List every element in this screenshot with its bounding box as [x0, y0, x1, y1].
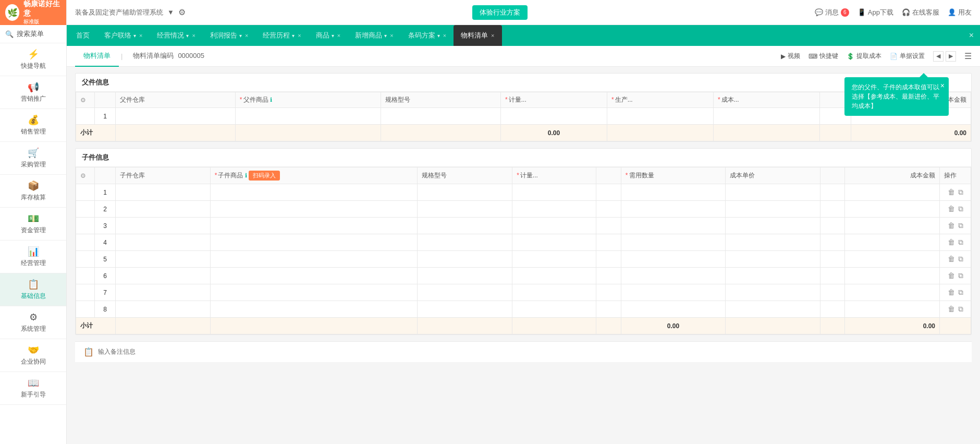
tab-profit-close[interactable]: × [245, 32, 248, 39]
child-row5-goods[interactable] [210, 251, 418, 268]
child-row7-qty[interactable] [621, 284, 725, 301]
child-row6-unit-cost[interactable] [726, 268, 820, 284]
tab-operation[interactable]: 经营情况 ▾ × [150, 25, 202, 46]
video-btn[interactable]: ▶ 视频 [781, 52, 800, 61]
child-row7-delete-icon[interactable]: 🗑 [948, 288, 955, 297]
child-row3-spec[interactable] [418, 218, 512, 234]
settings-btn[interactable]: 📄 单据设置 [890, 52, 925, 61]
child-row7-unit-cost[interactable] [726, 284, 820, 301]
sub-tab-bom[interactable]: 物料清单 [75, 46, 119, 67]
sidebar-item-finance[interactable]: 💵 资金管理 [0, 208, 66, 241]
message-item[interactable]: 💬 消息 6 [815, 8, 849, 17]
shortcut-btn[interactable]: ⌨ 快捷键 [808, 52, 838, 61]
child-row3-goods[interactable] [210, 218, 418, 234]
child-row1-goods[interactable] [210, 184, 418, 201]
child-row8-warehouse[interactable] [116, 301, 211, 318]
child-row8-spec[interactable] [418, 301, 512, 318]
child-row8-delete-icon[interactable]: 🗑 [948, 305, 955, 314]
child-row5-delete-icon[interactable]: 🗑 [948, 255, 955, 263]
sidebar-item-basic[interactable]: 📋 基础信息 [0, 273, 66, 306]
child-row1-spec[interactable] [418, 184, 512, 201]
sidebar-item-sales[interactable]: 💰 销售管理 [0, 109, 66, 142]
tab-bom[interactable]: 物料清单 × [454, 25, 501, 46]
child-row6-warehouse[interactable] [116, 268, 211, 284]
sidebar-item-operation[interactable]: 📊 经营管理 [0, 241, 66, 273]
child-row8-copy-icon[interactable]: ⧉ [958, 305, 963, 314]
dropdown-arrow[interactable]: ▼ [167, 8, 174, 16]
child-row7-unit[interactable] [512, 284, 596, 301]
user-item[interactable]: 👤 用友 [948, 8, 972, 17]
child-row7-copy-icon[interactable]: ⧉ [958, 288, 963, 297]
child-row3-copy-icon[interactable]: ⧉ [958, 221, 963, 230]
sidebar-item-shortcut[interactable]: ⚡ 快捷导航 [0, 43, 66, 76]
parent-row1-unit[interactable] [501, 108, 607, 125]
page-prev-btn[interactable]: ◀ [933, 51, 944, 62]
tab-goods-close[interactable]: × [337, 32, 340, 39]
child-row4-spec[interactable] [418, 234, 512, 251]
tab-history[interactable]: 经营历程 ▾ × [255, 25, 308, 46]
child-row8-unit-cost[interactable] [726, 301, 820, 318]
child-row1-delete-icon[interactable]: 🗑 [948, 188, 955, 197]
child-row1-qty[interactable] [621, 184, 725, 201]
child-row3-qty[interactable] [621, 218, 725, 234]
sidebar-item-guide[interactable]: 📖 新手引导 [0, 372, 66, 405]
child-goods-info-icon[interactable]: ℹ [245, 172, 247, 178]
tab-profit[interactable]: 利润报告 ▾ × [203, 25, 255, 46]
trial-button[interactable]: 体验行业方案 [472, 5, 528, 20]
page-next-btn[interactable]: ▶ [946, 51, 956, 62]
tab-home[interactable]: 首页 [69, 25, 97, 46]
tab-bom-close[interactable]: × [491, 32, 494, 39]
child-row5-unit[interactable] [512, 251, 596, 268]
settings-icon[interactable]: ⚙ [178, 7, 186, 17]
tab-barcode[interactable]: 条码方案 ▾ × [401, 25, 454, 46]
child-row1-unit[interactable] [512, 184, 596, 201]
child-row7-warehouse[interactable] [116, 284, 211, 301]
child-row4-unit[interactable] [512, 234, 596, 251]
tab-goods[interactable]: 商品 ▾ × [309, 25, 348, 46]
child-row5-spec[interactable] [418, 251, 512, 268]
child-row4-copy-icon[interactable]: ⧉ [958, 238, 963, 247]
child-row2-unit[interactable] [512, 201, 596, 218]
scan-input-btn[interactable]: 扫码录入 [249, 171, 280, 181]
tab-operation-close[interactable]: × [192, 32, 195, 39]
child-row2-qty[interactable] [621, 201, 725, 218]
search-menu[interactable]: 🔍 搜索菜单 [0, 25, 66, 43]
tab-customer-close[interactable]: × [139, 32, 142, 39]
menu-icon[interactable]: ☰ [964, 51, 972, 61]
child-row2-unit-cost[interactable] [726, 201, 820, 218]
child-row2-spec[interactable] [418, 201, 512, 218]
child-row4-delete-icon[interactable]: 🗑 [948, 238, 955, 247]
child-row1-warehouse[interactable] [116, 184, 211, 201]
child-row1-unit-cost[interactable] [726, 184, 820, 201]
child-row4-qty[interactable] [621, 234, 725, 251]
parent-row1-cost[interactable] [714, 108, 820, 125]
gear-icon-parent[interactable]: ⚙ [80, 97, 86, 104]
child-row6-unit[interactable] [512, 268, 596, 284]
parent-row1-goods[interactable] [235, 108, 381, 125]
child-row6-spec[interactable] [418, 268, 512, 284]
child-row3-unit-cost[interactable] [726, 218, 820, 234]
child-row4-warehouse[interactable] [116, 234, 211, 251]
sidebar-item-system[interactable]: ⚙ 系统管理 [0, 306, 66, 339]
child-row5-unit-cost[interactable] [726, 251, 820, 268]
app-download-item[interactable]: 📱 App下载 [858, 8, 893, 17]
child-row6-goods[interactable] [210, 268, 418, 284]
child-row5-warehouse[interactable] [116, 251, 211, 268]
child-row2-goods[interactable] [210, 201, 418, 218]
close-all-btn[interactable]: × [965, 31, 978, 40]
tab-barcode-close[interactable]: × [443, 32, 446, 39]
gear-icon-child[interactable]: ⚙ [80, 172, 86, 179]
child-row6-qty[interactable] [621, 268, 725, 284]
child-row2-warehouse[interactable] [116, 201, 211, 218]
sidebar-item-marketing[interactable]: 📢 营销推广 [0, 76, 66, 109]
tab-customer[interactable]: 客户联络 ▾ × [97, 25, 150, 46]
parent-row1-spec[interactable] [381, 108, 501, 125]
parent-row1-warehouse[interactable] [116, 108, 236, 125]
child-row5-copy-icon[interactable]: ⧉ [958, 255, 963, 263]
tab-history-close[interactable]: × [298, 32, 301, 39]
child-row1-copy-icon[interactable]: ⧉ [958, 188, 963, 197]
child-row5-qty[interactable] [621, 251, 725, 268]
child-row6-delete-icon[interactable]: 🗑 [948, 271, 955, 280]
child-row8-goods[interactable] [210, 301, 418, 318]
child-row7-goods[interactable] [210, 284, 418, 301]
